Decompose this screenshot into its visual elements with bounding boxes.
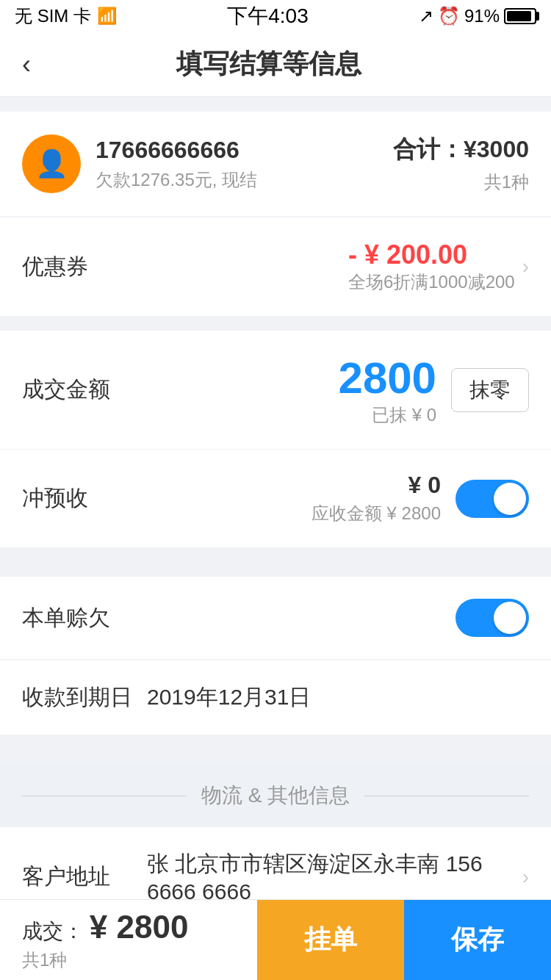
clock-icon: ⏰ bbox=[438, 6, 460, 26]
save-button[interactable]: 保存 bbox=[404, 900, 551, 981]
status-bar: 无 SIM 卡 📶 下午4:03 ↗ ⏰ 91% bbox=[0, 0, 551, 32]
battery-fill bbox=[507, 11, 531, 21]
nav-bar: ‹ 填写结算等信息 bbox=[0, 32, 551, 97]
status-right: ↗ ⏰ 91% bbox=[419, 6, 536, 26]
pre-amount-value: ¥ 0 bbox=[311, 472, 441, 499]
due-date-row: 收款到期日 2019年12月31日 bbox=[0, 660, 551, 735]
time-label: 下午4:03 bbox=[227, 2, 309, 30]
deal-section: 成交金额 2800 已抹 ¥ 0 抹零 冲预收 ¥ 0 应收金额 ¥ 2800 bbox=[0, 331, 551, 547]
pre-receive-amount: ¥ 0 应收金额 ¥ 2800 bbox=[311, 472, 441, 525]
page-title: 填写结算等信息 bbox=[53, 46, 485, 82]
total-amount: 合计：¥3000 bbox=[393, 134, 529, 166]
address-chevron-icon: › bbox=[522, 865, 529, 889]
deal-amount-label: 成交金额 bbox=[22, 375, 110, 405]
customer-info: 17666666666 欠款1276.35元, 现结 bbox=[96, 137, 257, 192]
section-divider-1 bbox=[0, 316, 551, 331]
bottom-deal-amount: ¥ 2800 bbox=[90, 909, 189, 945]
customer-phone: 17666666666 bbox=[96, 137, 257, 164]
coupon-discount: - ¥ 200.00 bbox=[348, 239, 515, 270]
battery-icon bbox=[504, 8, 536, 24]
customer-card: 👤 17666666666 欠款1276.35元, 现结 合计：¥3000 共1… bbox=[0, 112, 551, 216]
avatar: 👤 bbox=[22, 134, 81, 193]
arrears-label: 本单赊欠 bbox=[22, 603, 110, 633]
bottom-deal-prefix: 成交： bbox=[22, 920, 84, 943]
customer-right: 合计：¥3000 共1种 bbox=[393, 134, 529, 194]
bottom-bar: 成交： ¥ 2800 共1种 挂单 保存 bbox=[0, 899, 551, 980]
due-date-value: 2019年12月31日 bbox=[147, 682, 311, 713]
bottom-deal-row: 成交： ¥ 2800 bbox=[22, 909, 235, 945]
back-button[interactable]: ‹ bbox=[22, 49, 31, 80]
deal-amount-value: 2800 bbox=[339, 353, 436, 403]
round-button[interactable]: 抹零 bbox=[451, 368, 529, 412]
pre-receive-right: ¥ 0 应收金额 ¥ 2800 bbox=[311, 472, 529, 525]
section-divider-3 bbox=[0, 735, 551, 749]
hang-button-label: 挂单 bbox=[304, 922, 357, 958]
due-date-label: 收款到期日 bbox=[22, 682, 132, 713]
logistics-text: 物流 & 其他信息 bbox=[187, 782, 364, 810]
coupon-right: - ¥ 200.00 全场6折满1000减200 › bbox=[348, 239, 529, 294]
coupon-desc: 全场6折满1000减200 bbox=[348, 270, 515, 294]
pre-receive-toggle[interactable] bbox=[455, 480, 529, 518]
carrier-label: 无 SIM 卡 bbox=[15, 4, 91, 28]
coupon-label: 优惠券 bbox=[22, 252, 88, 282]
total-count: 共1种 bbox=[393, 170, 529, 194]
battery-percent: 91% bbox=[464, 6, 500, 26]
section-divider-2 bbox=[0, 547, 551, 562]
address-value: 张 北京市市辖区海淀区永丰南 156 6666 6666 bbox=[125, 849, 508, 904]
hang-button[interactable]: 挂单 bbox=[257, 900, 404, 981]
arrears-toggle[interactable] bbox=[455, 599, 529, 637]
coupon-row[interactable]: 优惠券 - ¥ 200.00 全场6折满1000减200 › bbox=[0, 217, 551, 316]
customer-left: 👤 17666666666 欠款1276.35元, 现结 bbox=[22, 134, 257, 193]
coupon-chevron-icon: › bbox=[522, 255, 529, 278]
logistics-header: 物流 & 其他信息 bbox=[0, 764, 551, 827]
toggle-knob bbox=[494, 483, 526, 515]
avatar-icon: 👤 bbox=[35, 148, 68, 179]
location-icon: ↗ bbox=[419, 6, 433, 26]
arrears-toggle-knob bbox=[494, 602, 526, 634]
customer-desc: 欠款1276.35元, 现结 bbox=[96, 168, 257, 192]
bottom-count: 共1种 bbox=[22, 948, 235, 972]
address-label: 客户地址 bbox=[22, 862, 110, 892]
wifi-icon: 📶 bbox=[97, 7, 117, 26]
deal-amount-sub: 已抹 ¥ 0 bbox=[339, 403, 436, 427]
logistics-line-right bbox=[364, 796, 529, 796]
deal-amount-row: 成交金额 2800 已抹 ¥ 0 抹零 bbox=[0, 331, 551, 450]
status-left: 无 SIM 卡 📶 bbox=[15, 4, 117, 28]
pre-receive-row: 冲预收 ¥ 0 应收金额 ¥ 2800 bbox=[0, 450, 551, 547]
save-button-label: 保存 bbox=[451, 922, 504, 958]
pre-amount-sub: 应收金额 ¥ 2800 bbox=[311, 502, 441, 525]
arrears-row: 本单赊欠 bbox=[0, 577, 551, 659]
logistics-line-left bbox=[22, 796, 187, 796]
bottom-summary: 成交： ¥ 2800 共1种 bbox=[0, 909, 257, 972]
deal-right: 2800 已抹 ¥ 0 抹零 bbox=[339, 353, 529, 427]
pre-receive-label: 冲预收 bbox=[22, 483, 88, 514]
